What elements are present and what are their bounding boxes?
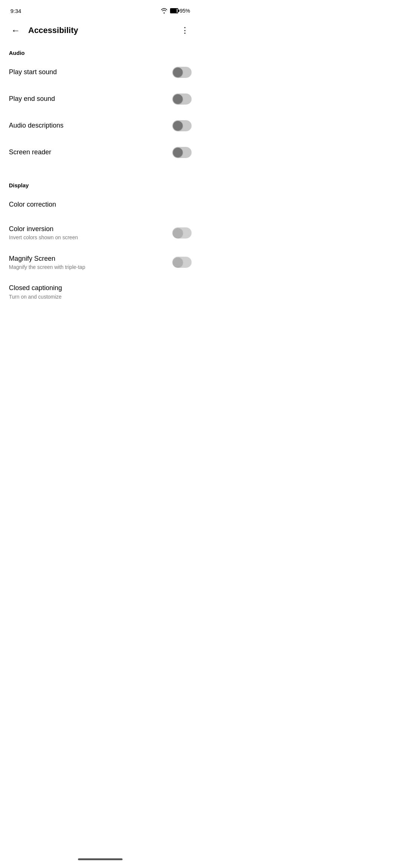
wifi-icon: [160, 8, 168, 14]
setting-text-play-end-sound: Play end sound: [9, 95, 172, 103]
setting-text-magnify-screen: Magnify Screen Magnify the screen with t…: [9, 254, 172, 271]
setting-sublabel-magnify-screen: Magnify the screen with triple-tap: [9, 264, 166, 270]
setting-label-color-inversion: Color inversion: [9, 225, 166, 233]
setting-label-screen-reader: Screen reader: [9, 148, 166, 157]
more-dots-icon: ⋮: [181, 26, 189, 35]
toggle-color-inversion[interactable]: [172, 227, 192, 239]
status-time: 9:34: [10, 8, 21, 14]
setting-label-closed-captioning: Closed captioning: [9, 284, 186, 292]
setting-text-closed-captioning: Closed captioning Turn on and customize: [9, 284, 192, 300]
toggle-play-start-sound[interactable]: [172, 67, 192, 78]
setting-sublabel-color-inversion: Invert colors shown on screen: [9, 234, 166, 241]
section-audio-label: Audio: [0, 42, 200, 59]
setting-magnify-screen[interactable]: Magnify Screen Magnify the screen with t…: [0, 248, 200, 277]
setting-audio-descriptions[interactable]: Audio descriptions: [0, 112, 200, 139]
setting-text-color-inversion: Color inversion Invert colors shown on s…: [9, 225, 172, 241]
setting-text-play-start-sound: Play start sound: [9, 68, 172, 76]
setting-label-color-correction: Color correction: [9, 200, 186, 209]
back-arrow-icon: ←: [11, 25, 20, 36]
more-options-button[interactable]: ⋮: [177, 22, 193, 39]
back-button[interactable]: ←: [7, 22, 24, 39]
setting-label-play-end-sound: Play end sound: [9, 95, 166, 103]
setting-text-color-correction: Color correction: [9, 200, 192, 209]
setting-text-audio-descriptions: Audio descriptions: [9, 121, 172, 130]
battery-container: 95%: [170, 8, 190, 14]
setting-label-audio-descriptions: Audio descriptions: [9, 121, 166, 130]
setting-screen-reader[interactable]: Screen reader: [0, 139, 200, 166]
toggle-screen-reader[interactable]: [172, 147, 192, 158]
battery-icon: [170, 8, 178, 13]
toggle-magnify-screen[interactable]: [172, 257, 192, 268]
setting-label-magnify-screen: Magnify Screen: [9, 254, 166, 263]
setting-play-start-sound[interactable]: Play start sound: [0, 59, 200, 86]
setting-sublabel-closed-captioning: Turn on and customize: [9, 293, 186, 300]
status-bar: 9:34 95%: [0, 0, 200, 19]
header: ← Accessibility ⋮: [0, 19, 200, 42]
section-display-label: Display: [0, 175, 200, 191]
battery-text: 95%: [180, 8, 190, 14]
section-display: Display Color correction Color inversion…: [0, 175, 200, 307]
setting-text-screen-reader: Screen reader: [9, 148, 172, 157]
setting-play-end-sound[interactable]: Play end sound: [0, 86, 200, 112]
section-audio: Audio Play start sound Play end sound Au…: [0, 42, 200, 166]
page-title: Accessibility: [24, 26, 177, 35]
setting-color-inversion[interactable]: Color inversion Invert colors shown on s…: [0, 218, 200, 248]
toggle-audio-descriptions[interactable]: [172, 120, 192, 131]
status-icons: 95%: [160, 8, 190, 14]
section-divider: [0, 166, 200, 175]
setting-closed-captioning[interactable]: Closed captioning Turn on and customize: [0, 277, 200, 307]
setting-label-play-start-sound: Play start sound: [9, 68, 166, 76]
setting-color-correction[interactable]: Color correction: [0, 191, 200, 218]
toggle-play-end-sound[interactable]: [172, 93, 192, 105]
